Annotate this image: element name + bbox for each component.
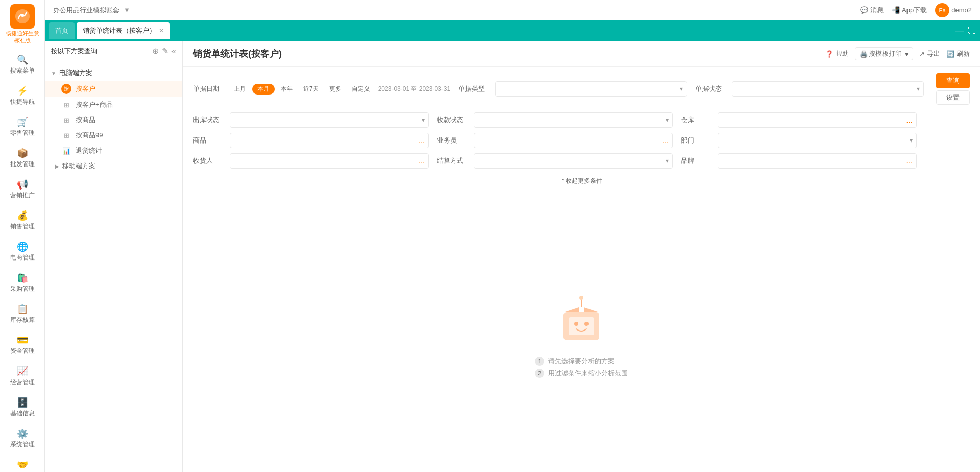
logo-icon: [10, 4, 35, 29]
sidebar-item-system[interactable]: ⚙️ 系统管理: [0, 423, 44, 454]
status-select[interactable]: [732, 81, 924, 97]
date-tab-custom[interactable]: 自定义: [348, 84, 374, 95]
brand-input[interactable]: [718, 153, 917, 169]
tree-item-by-customer[interactable]: 按 按客户: [45, 81, 182, 97]
date-label: 单据日期: [193, 84, 222, 93]
system-icon: ⚙️: [17, 428, 28, 439]
sidebar-item-inventory[interactable]: 📋 库存核算: [0, 298, 44, 329]
sidebar-item-finance[interactable]: 💳 资金管理: [0, 329, 44, 361]
settlement-label: 结算方式: [437, 156, 465, 166]
tab-close-btn[interactable]: ✕: [159, 27, 164, 34]
sidebar-item-retail[interactable]: 🛒 零售管理: [0, 111, 44, 143]
collapse-panel-btn[interactable]: «: [172, 46, 176, 56]
export-icon: ↗: [919, 50, 925, 58]
tab-bar: 首页 销货单统计表（按客户） ✕ — ⛶: [45, 20, 980, 41]
brand-label: 品牌: [681, 156, 709, 166]
svg-point-5: [584, 322, 589, 326]
svg-point-4: [574, 322, 578, 326]
purchase-icon: 🛍️: [17, 272, 28, 284]
tree-group-desktop: ▼ 电脑端方案 按 按客户 ⊞ 按客户+商品 ⊞: [45, 65, 182, 158]
tree-item-return-stats[interactable]: 📊 退货统计: [45, 143, 182, 158]
sidebar-item-base[interactable]: 🗄️ 基础信息: [0, 392, 44, 423]
operation-icon: 📈: [17, 366, 28, 377]
payment-status-select[interactable]: [474, 112, 673, 128]
empty-illustration: [551, 289, 612, 350]
refresh-btn[interactable]: 🔄 刷新: [946, 49, 970, 58]
tree-item-by-goods[interactable]: ⊞ 按商品: [45, 112, 182, 128]
header-dropdown-icon[interactable]: ▼: [124, 6, 130, 14]
sidebar-item-shortcut[interactable]: ⚡ 快捷导航: [0, 80, 44, 111]
filter-row-4: 收货人 … 结算方式 ▾ 品牌 …: [193, 153, 970, 169]
date-filter: 上月 本月 本年 近7天 更多 自定义 2023-03-01 至 2023-03…: [230, 84, 450, 95]
warehouse-field: …: [718, 112, 917, 128]
dept-select[interactable]: [718, 133, 917, 148]
tab-home[interactable]: 首页: [49, 22, 75, 39]
sidebar-item-operation[interactable]: 📈 经营管理: [0, 361, 44, 392]
collapse-filters-btn[interactable]: ⌃ 收起更多条件: [193, 174, 970, 188]
sidebar-item-search[interactable]: 🔍 搜索菜单: [0, 49, 44, 80]
content-wrapper: 按以下方案查询 ⊕ ✎ « ▼ 电脑端方案 按 按客户: [45, 41, 980, 472]
app-download-btn[interactable]: 📲 App下载: [892, 6, 927, 15]
dept-field: ▾: [718, 133, 917, 148]
status-label: 单据状态: [695, 84, 724, 93]
left-panel-actions: ⊕ ✎ «: [152, 46, 176, 56]
settlement-field: ▾: [474, 153, 673, 169]
type-label: 单据类型: [458, 84, 487, 93]
hint-2: 2 用过滤条件来缩小分析范围: [535, 369, 628, 378]
hint-1: 1 请先选择要分析的方案: [535, 357, 628, 366]
top-header: 办公用品行业模拟账套 ▼ 💬 消息 📲 App下载 Ea demo2: [45, 0, 980, 20]
sidebar-item-marketing[interactable]: 📢 营销推广: [0, 174, 44, 205]
date-range-display: 2023-03-01 至 2023-03-31: [378, 85, 450, 93]
warehouse-input[interactable]: [718, 112, 917, 128]
staff-label: 业务员: [437, 136, 465, 145]
settlement-select[interactable]: [474, 153, 673, 169]
tree-group-mobile-header[interactable]: ▶ 移动端方案: [45, 158, 182, 174]
date-tab-this-month[interactable]: 本月: [252, 84, 275, 95]
type-select[interactable]: [495, 81, 687, 97]
edit-scheme-btn[interactable]: ✎: [162, 46, 168, 56]
search-icon: 🔍: [17, 54, 28, 65]
tab-minimize-btn[interactable]: —: [955, 26, 964, 35]
tree-section: ▼ 电脑端方案 按 按客户 ⊞ 按客户+商品 ⊞: [45, 61, 182, 178]
message-icon: 💬: [860, 6, 868, 14]
sidebar-item-sales[interactable]: 💰 销售管理: [0, 205, 44, 236]
user-name: demo2: [951, 6, 972, 14]
warehouse-dots: …: [906, 116, 913, 124]
tab-sales-summary[interactable]: 销货单统计表（按客户） ✕: [77, 22, 170, 39]
add-scheme-btn[interactable]: ⊕: [152, 46, 159, 56]
query-button[interactable]: 查询: [936, 73, 970, 88]
inventory-icon: 📋: [17, 303, 28, 315]
date-tab-last-month[interactable]: 上月: [230, 84, 250, 95]
filter-row-2: 出库状态 ▾ 收款状态 ▾ 仓库: [193, 112, 970, 128]
help-btn[interactable]: ❓ 帮助: [825, 49, 849, 58]
export-btn[interactable]: ↗ 导出: [919, 49, 940, 58]
tree-item-by-goods-99[interactable]: ⊞ 按商品99: [45, 128, 182, 143]
wholesale-icon: 📦: [17, 148, 28, 159]
user-area[interactable]: Ea demo2: [935, 3, 972, 17]
data-area: 1 请先选择要分析的方案 2 用过滤条件来缩小分析范围: [183, 195, 980, 472]
settings-button[interactable]: 设置: [936, 90, 970, 105]
retail-icon: 🛒: [17, 116, 28, 128]
goods-input[interactable]: [230, 133, 429, 148]
date-tab-more[interactable]: 更多: [325, 84, 346, 95]
staff-input[interactable]: [474, 133, 673, 148]
sidebar-item-purchase[interactable]: 🛍️ 采购管理: [0, 267, 44, 298]
sidebar-item-ecommerce[interactable]: 🌐 电商管理: [0, 236, 44, 267]
tree-group-desktop-header[interactable]: ▼ 电脑端方案: [45, 65, 182, 81]
staff-dots: …: [662, 137, 669, 145]
tab-maximize-btn[interactable]: ⛶: [968, 26, 976, 35]
out-status-select[interactable]: [230, 112, 429, 128]
sidebar-item-wholesale[interactable]: 📦 批发管理: [0, 143, 44, 174]
hint-num-2: 2: [535, 369, 544, 378]
tree-item-by-customer-goods[interactable]: ⊞ 按客户+商品: [45, 97, 182, 112]
date-tab-this-year[interactable]: 本年: [277, 84, 297, 95]
goods99-icon: ⊞: [61, 131, 71, 139]
receiver-input[interactable]: [230, 153, 429, 169]
sidebar-item-agreement[interactable]: 🤝 企业协同: [0, 454, 44, 472]
message-btn[interactable]: 💬 消息: [860, 6, 884, 15]
filter-area: 单据日期 上月 本月 本年 近7天 更多 自定义 2023-03-01 至 20…: [183, 67, 980, 195]
print-btn[interactable]: 🖨️ 按模板打印 ▾: [855, 47, 913, 60]
out-status-field: ▾: [230, 112, 429, 128]
finance-icon: 💳: [17, 335, 28, 346]
date-tab-7days[interactable]: 近7天: [299, 84, 323, 95]
